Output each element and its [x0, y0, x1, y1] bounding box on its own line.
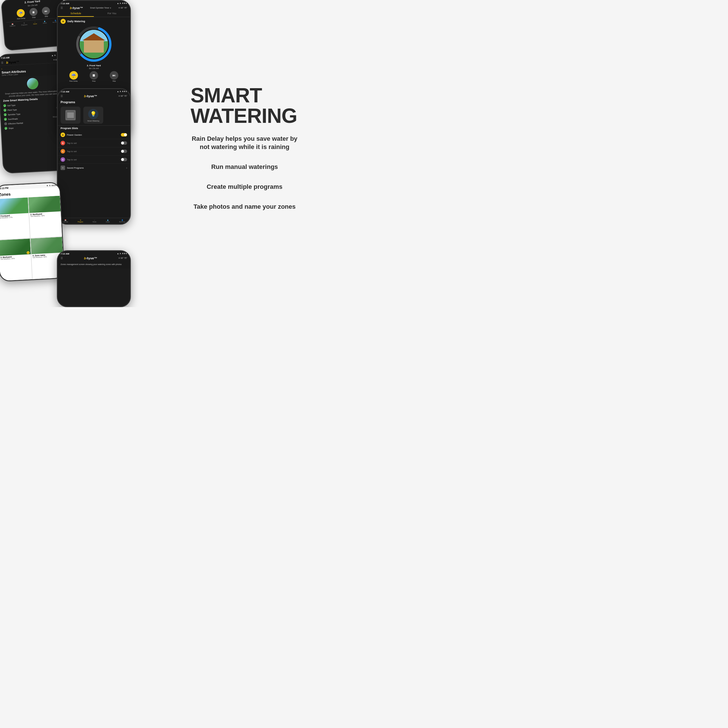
- p3-weather: ☀ 93° 75°: [118, 7, 127, 9]
- p5-zone4-img: [31, 237, 63, 254]
- p5-zone2-img: [28, 196, 61, 213]
- p3-yard-time: 8m 15s left: [58, 67, 130, 69]
- p4-menu-icon[interactable]: ☰: [61, 95, 63, 98]
- p4-slot-letter-c: C: [61, 149, 65, 154]
- p4-statusbar: 7:13 AM ▲ ᗑ ▮▮▮: [58, 89, 130, 93]
- p3-menu-icon[interactable]: ☰: [61, 6, 63, 9]
- p3-topbar: ☰ b·hyve™ Smart Sprinkler Timer ∨ ☀ 93° …: [58, 5, 130, 11]
- p4-slot-a[interactable]: A Flower Garden: [58, 131, 130, 139]
- p4-slots-title: Program Slots: [58, 125, 130, 131]
- p4-nav: 📅Calendar ⚙Program ⌂Home 💧Zones 👤My B-hy…: [58, 218, 130, 224]
- p5-zone3-img: [0, 239, 31, 256]
- feature-rain-delay: Rain Delay helps you save water by not w…: [191, 135, 298, 151]
- p4-slot-label-b: Tap to set: [67, 142, 119, 144]
- p3-house-image: [80, 30, 108, 58]
- phone-programs: 7:13 AM ▲ ᗑ ▮▮▮ ☰ b·hyve™ ☀ 93° 75° Prog…: [57, 88, 131, 225]
- p3-device[interactable]: Smart Sprinkler Timer ∨: [90, 7, 112, 9]
- p3-logo: b·hyve™: [70, 6, 83, 10]
- p2-menu-icon[interactable]: ☰: [1, 61, 3, 64]
- p4-toggle-a[interactable]: [121, 133, 127, 136]
- p6-text: Zones management screen showing your wat…: [61, 263, 127, 266]
- nav-zones[interactable]: 💧 Zones: [43, 20, 47, 24]
- p4-logo: b·hyve™: [84, 95, 97, 98]
- p4-nav-program[interactable]: ⚙Program: [78, 219, 83, 223]
- p4-nav-zones[interactable]: 💧Zones: [106, 219, 110, 223]
- p4-saved-label: Saved Programs: [67, 167, 125, 169]
- phones-area: 2. Front Yard 8m 15s left ☔ Rain Delay ⏹…: [0, 0, 185, 307]
- right-panel: SMARTWATERING Rain Delay helps you save …: [185, 0, 307, 307]
- p4-device-smart[interactable]: 💡 Smart Watering: [83, 107, 103, 124]
- p3-program-name: Daily Watering: [67, 20, 85, 23]
- p2-zone-avatar: [27, 78, 39, 90]
- p4-status-icons: ▲ ᗑ ▮▮▮: [117, 90, 127, 93]
- p4-weather: ☀ 93° 75°: [118, 95, 127, 97]
- rain-delay-button[interactable]: ☔ Rain Delay: [16, 9, 25, 20]
- p4-devices: 💡 Smart Watering: [58, 105, 130, 125]
- p4-toggle-d[interactable]: [121, 158, 127, 161]
- p4-device-timer[interactable]: [61, 107, 81, 124]
- p4-toggle-c[interactable]: [121, 150, 127, 153]
- p6-topbar: ☰ b·hyve™ ☀ 93° 75°: [58, 255, 130, 261]
- p5-status-icons: ▼ ᗑ ▮▮▮: [46, 184, 57, 187]
- p4-nav-mybhyve[interactable]: 👤My B-hye: [119, 219, 125, 223]
- p3-stop-btn[interactable]: ⏹ Stop: [90, 71, 98, 82]
- skip-button[interactable]: ⏭ Skip: [41, 6, 50, 17]
- p3-tabs: Schedule For You: [58, 11, 130, 17]
- p4-chevron-icon: ›: [126, 166, 127, 170]
- feature-photos: Take photos and name your zones: [191, 202, 298, 211]
- feature-programs: Create multiple programs: [191, 183, 298, 191]
- p3-rain-delay-btn[interactable]: ☔ Rain Delay: [69, 71, 78, 82]
- p4-timer-icon: [66, 110, 76, 120]
- tab-schedule[interactable]: Schedule: [58, 11, 94, 17]
- nav-programs[interactable]: ⚙ Programs: [21, 22, 28, 26]
- feature-manual: Run manual waterings: [191, 163, 298, 171]
- p5-zone1-img: [0, 197, 29, 215]
- p4-topbar: ☰ b·hyve™ ☀ 93° 75°: [58, 93, 130, 99]
- p4-saved-programs[interactable]: ≡ Saved Programs ›: [58, 164, 130, 172]
- p4-section-title: Programs: [58, 99, 130, 105]
- p6-menu-icon[interactable]: ☰: [61, 257, 63, 260]
- p3-gauge: [75, 26, 112, 63]
- p4-slot-letter-b: B: [61, 141, 65, 145]
- p4-slot-c[interactable]: C Tap to set: [58, 147, 130, 156]
- p5-zones-grid: 1. Frontyard Soil Moisture: 27% 2. North…: [0, 196, 64, 281]
- p4-slot-b[interactable]: B Tap to set: [58, 139, 130, 147]
- p4-toggle-b[interactable]: [121, 141, 127, 145]
- p3-daily-row: A Daily Watering: [58, 17, 130, 26]
- p3-controls: ☔ Rain Delay ⏹ Stop ⏭ Skip: [58, 71, 130, 82]
- p4-saved-icon: ≡: [61, 165, 65, 170]
- p4-slot-label-a: Flower Garden: [67, 134, 119, 136]
- p6-content: Zones management screen showing your wat…: [58, 261, 130, 268]
- p3-program-letter: A: [61, 19, 66, 24]
- stop-button[interactable]: ⏹ Stop: [29, 8, 38, 18]
- p6-statusbar: 7:13 AM ▲ ᗑ ▮▮▮: [58, 251, 130, 255]
- tab-foryou[interactable]: For You: [94, 11, 130, 17]
- nav-calendar[interactable]: 📅 Calendar: [9, 23, 15, 27]
- p4-slot-label-c: Tap to set: [67, 150, 119, 153]
- p5-zone-2[interactable]: 2. Northyard Soil Moisture: 38%: [28, 196, 62, 238]
- p6-logo: b·hyve™: [84, 257, 97, 260]
- p4-smart-label: Smart Watering: [87, 120, 99, 122]
- p3-yard-name: 2. Front Yard: [58, 64, 130, 67]
- p6-weather: ☀ 93° 75°: [118, 257, 127, 259]
- p2-logo: b·hyve™: [6, 60, 19, 64]
- p5-zone-1[interactable]: 1. Frontyard Soil Moisture: 27%: [0, 197, 30, 240]
- p4-slot-letter-a: A: [61, 133, 65, 137]
- main-title: SMARTWATERING: [191, 85, 298, 126]
- phone-bottom: 7:13 AM ▲ ᗑ ▮▮▮ ☰ b·hyve™ ☀ 93° 75° Zone…: [57, 250, 131, 307]
- p3-status-icons: ▲ ᗑ ▮▮▮: [117, 2, 127, 5]
- p5-zone-3[interactable]: ! 3. Backyard Soil Moisture: 25%: [0, 239, 32, 281]
- p4-slot-label-d: Tap to set: [67, 158, 119, 161]
- p4-smart-icon: 💡: [88, 109, 98, 119]
- nav-home[interactable]: ⌂ Home: [33, 21, 37, 25]
- p4-nav-calendar[interactable]: 📅Calendar: [63, 219, 68, 223]
- p6-status-icons: ▲ ᗑ ▮▮▮: [117, 252, 127, 255]
- p4-nav-home[interactable]: ⌂Home: [93, 219, 96, 223]
- p3-skip-btn[interactable]: ⏭ Skip: [110, 71, 118, 82]
- p4-slot-letter-d: D: [61, 157, 65, 162]
- phone-zones: 12:13 PM ▼ ᗑ ▮▮▮ Zones 1. Frontyard Soil…: [0, 182, 65, 282]
- p4-slot-d[interactable]: D Tap to set: [58, 156, 130, 164]
- p3-statusbar: 7:13 AM ▲ ᗑ ▮▮▮: [58, 1, 130, 5]
- p5-title: Zones: [0, 192, 11, 197]
